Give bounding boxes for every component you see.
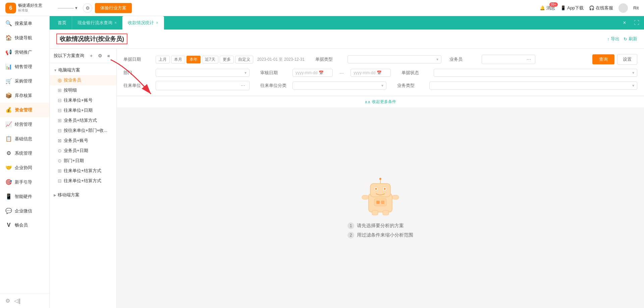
sidebar-item-wechat[interactable]: 💬 企业微信 <box>0 204 49 218</box>
scheme-item-salesperson-settle[interactable]: ⊞ 业务员+结算方式 <box>50 115 116 125</box>
scheme-add-btn[interactable]: + <box>88 52 95 59</box>
scheme-item-unit-account[interactable]: ⊟ 往来单位+账号 <box>50 95 116 105</box>
query-btn[interactable]: 查询 <box>592 54 614 64</box>
online-service-area[interactable]: 🎧 在线客服 <box>589 5 613 11</box>
finance-icon: 💰 <box>5 107 12 113</box>
svg-rect-10 <box>372 210 378 215</box>
review-date-end[interactable]: yyyy-mm-dd 📅 <box>351 69 391 77</box>
sidebar-label-system: 系统管理 <box>15 150 32 156</box>
scheme-item-dept-date[interactable]: ⊙ 部门+日期 <box>50 156 116 166</box>
tab-home[interactable]: 首页 <box>52 16 72 30</box>
top-bar: 6 畅捷通好生意 标准版 ———— ▾ ⚙ 体验行业方案 🔔 消息 99+ 📱 … <box>0 0 644 16</box>
collapse-bar[interactable]: ∧∧ 收起更多条件 <box>117 96 644 107</box>
filter-section: 单据日期 上月 本月 本年 近7天 更多 自定义 2023- <box>117 49 644 96</box>
date-btn-custom[interactable]: 自定义 <box>235 56 253 63</box>
sidebar-collapse-icon[interactable]: ◁‖ <box>14 298 21 304</box>
scheme-item-unit-date[interactable]: ⊟ 往来单位+日期 <box>50 105 116 115</box>
sidebar-item-guide[interactable]: 🎯 新手引导 <box>0 175 49 189</box>
salesperson-select[interactable]: ··· <box>482 55 535 64</box>
unit-dots[interactable]: ··· <box>239 83 247 89</box>
scheme-item-unit-settle1[interactable]: ⊞ 往来单位+结算方式 <box>50 166 116 176</box>
biz-type-select[interactable]: ▾ <box>429 82 637 90</box>
salesperson-label: 业务员 <box>449 56 476 62</box>
scheme-collapse-btn[interactable]: « <box>105 52 112 59</box>
review-date-start-text: yyyy-mm-dd <box>296 70 317 75</box>
scheme-item-by-detail[interactable]: ⊞ 按明细 <box>50 85 116 95</box>
purchase-icon: 🛒 <box>5 78 12 84</box>
tab-bank-flow[interactable]: 现金银行流水查询 × <box>72 16 122 30</box>
sidebar-item-inventory[interactable]: 📦 库存核算 <box>0 88 49 103</box>
salesperson-settle-icon: ⊞ <box>58 118 62 123</box>
scheme-item-salesperson-date[interactable]: ⊙ 业务员+日期 <box>50 146 116 156</box>
unit-label: 往来单位 <box>123 83 150 89</box>
search-menu-icon: 🔍 <box>5 20 12 27</box>
refresh-label: 刷新 <box>629 36 637 42</box>
date-btn-last-month[interactable]: 上月 <box>156 56 170 63</box>
calendar-icon-start: 📅 <box>319 70 324 75</box>
sidebar-item-sales[interactable]: 📊 销售管理 <box>0 59 49 74</box>
sidebar-label-guide: 新手引导 <box>15 179 32 185</box>
doc-status-select[interactable]: ▾ <box>434 69 637 77</box>
page-header: 收款情况统计(按业务员) ↑ 导出 ↻ 刷新 <box>50 30 644 49</box>
sidebar-item-search-menu[interactable]: 🔍 搜索菜单 <box>0 16 49 31</box>
biz-type-label: 业务类型 <box>397 83 424 89</box>
sidebar-item-operations[interactable]: 📈 经营管理 <box>0 117 49 132</box>
sidebar-item-basic-info[interactable]: 📋 基础信息 <box>0 132 49 146</box>
settings-gear-btn[interactable]: ⚙ <box>83 3 92 13</box>
tab-close-all-btn[interactable]: × <box>620 18 629 28</box>
scheme-item-salesperson-account[interactable]: ⊠ 业务员+账号 <box>50 136 116 146</box>
tab-collect-stat-close[interactable]: × <box>156 20 158 25</box>
doc-type-select[interactable]: ▾ <box>347 55 441 63</box>
trial-btn[interactable]: 体验行业方案 <box>95 3 132 13</box>
date-btn-this-month[interactable]: 本月 <box>171 56 185 63</box>
sidebar-item-smart-hardware[interactable]: 📱 智能硬件 <box>0 189 49 204</box>
sidebar-settings-icon[interactable]: ⚙ <box>5 298 10 304</box>
page-actions: ↑ 导出 ↻ 刷新 <box>607 36 638 42</box>
date-btn-more[interactable]: 更多 <box>220 56 234 63</box>
sidebar: 🔍 搜索菜单 🏠 快捷导航 📢 营销推广 📊 销售管理 🛒 采购管理 📦 库存核… <box>0 16 50 308</box>
tab-collect-stat[interactable]: 收款情况统计 × <box>122 16 164 30</box>
salesperson-dots[interactable]: ··· <box>525 56 532 62</box>
breadcrumb-dropdown[interactable]: ———— ▾ <box>55 4 80 12</box>
collapse-icon: ∧∧ <box>365 100 371 104</box>
wechat-icon: 💬 <box>5 208 12 214</box>
date-btn-last-7days[interactable]: 近7天 <box>202 56 218 63</box>
scheme-item-by-salesperson[interactable]: ◎ 按业务员 <box>50 75 116 85</box>
enterprise-icon: 🤝 <box>5 164 12 171</box>
scheme-group-title-desktop[interactable]: ▼ 电脑端方案 <box>50 65 116 75</box>
sidebar-label-enterprise: 企业协同 <box>15 165 32 171</box>
unit-category-select[interactable]: ▾ <box>292 82 386 90</box>
unit-date-icon: ⊟ <box>58 108 62 113</box>
notification-area[interactable]: 🔔 消息 99+ <box>540 5 555 11</box>
refresh-btn[interactable]: ↻ 刷新 <box>624 36 637 42</box>
sidebar-item-marketing[interactable]: 📢 营销推广 <box>0 45 49 59</box>
dept-select[interactable]: ▾ <box>156 69 250 77</box>
salesperson-scheme-label: 按业务员 <box>64 77 81 83</box>
unit-dept-collect-icon: ⊟ <box>58 128 62 133</box>
group-arrow-desktop: ▼ <box>54 68 57 72</box>
sidebar-item-system[interactable]: ⚙ 系统管理 <box>0 146 49 160</box>
sidebar-item-finance[interactable]: 💰 资金管理 <box>0 103 49 117</box>
user-avatar[interactable] <box>619 3 628 13</box>
date-btn-this-year[interactable]: 本年 <box>186 56 201 63</box>
tab-bank-flow-close[interactable]: × <box>114 20 117 25</box>
scheme-group-title-mobile[interactable]: ▶ 移动端方案 <box>50 190 116 200</box>
sidebar-label-search-menu: 搜索菜单 <box>15 20 32 27</box>
robot-svg <box>360 177 400 217</box>
scheme-setting-btn[interactable]: ⚙ <box>96 52 104 59</box>
data-area: 1 请先选择要分析的方案 2 用过滤条件来缩小分析范围 <box>117 107 644 308</box>
filter-setting-btn[interactable]: 设置 <box>617 54 637 65</box>
scheme-item-unit-settle2[interactable]: ⊟ 往来单位+结算方式 <box>50 176 116 186</box>
app-download-area[interactable]: 📱 App下载 <box>560 5 584 11</box>
tab-expand-btn[interactable]: ⛶ <box>632 18 641 28</box>
scheme-item-unit-dept-collect[interactable]: ⊟ 按往来单位+部门+收... <box>50 125 116 136</box>
unit-select[interactable]: ··· <box>156 81 250 90</box>
filter-area: 单据日期 上月 本月 本年 近7天 更多 自定义 2023- <box>117 49 644 308</box>
svg-point-5 <box>384 188 386 190</box>
export-btn[interactable]: ↑ 导出 <box>607 36 620 42</box>
sidebar-item-enterprise[interactable]: 🤝 企业协同 <box>0 160 49 175</box>
review-date-start[interactable]: yyyy-mm-dd 📅 <box>292 69 333 77</box>
sidebar-item-purchase[interactable]: 🛒 采购管理 <box>0 74 49 88</box>
sidebar-item-membership[interactable]: V 畅会员 <box>0 218 49 232</box>
sidebar-item-quick-nav[interactable]: 🏠 快捷导航 <box>0 31 49 45</box>
